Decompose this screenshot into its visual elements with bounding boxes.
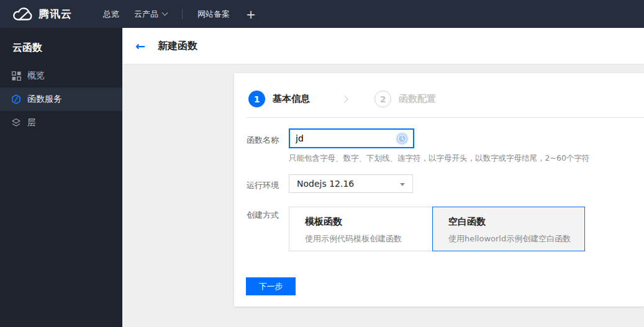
cloud-logo-icon bbox=[11, 6, 34, 22]
topbar: 腾讯云 总览 云产品 网站备案 + bbox=[0, 0, 644, 28]
runtime-label: 运行环境 bbox=[247, 180, 279, 191]
function-name-label: 函数名称 bbox=[247, 135, 279, 146]
grid-icon bbox=[11, 71, 21, 81]
option-title: 模板函数 bbox=[305, 216, 432, 228]
next-step-button[interactable]: 下一步 bbox=[246, 277, 296, 295]
nav-overview[interactable]: 总览 bbox=[96, 0, 127, 28]
add-nav-tab-button[interactable]: + bbox=[237, 0, 265, 28]
clock-icon[interactable] bbox=[395, 132, 409, 148]
page-header: ← 新建函数 bbox=[122, 28, 644, 65]
tencent-cloud-logo[interactable]: 腾讯云 bbox=[11, 6, 72, 22]
topbar-nav: 总览 云产品 网站备案 + bbox=[96, 0, 265, 28]
option-blank-function[interactable]: 空白函数 使用helloworld示例创建空白函数 bbox=[432, 207, 585, 251]
step-1-label: 基本信息 bbox=[273, 93, 310, 105]
step-2-circle: 2 bbox=[374, 91, 391, 107]
step-1-circle: 1 bbox=[248, 91, 265, 107]
nav-icp-filing-label: 网站备案 bbox=[197, 9, 230, 20]
runtime-selected-value: Nodejs 12.16 bbox=[297, 179, 354, 189]
function-hexagon-icon bbox=[11, 94, 21, 104]
option-description: 使用helloworld示例创建空白函数 bbox=[448, 233, 584, 244]
layers-icon bbox=[11, 118, 21, 128]
function-name-input[interactable] bbox=[290, 133, 389, 143]
select-caret-icon bbox=[400, 183, 405, 186]
content-area: 1 基本信息 2 函数配置 函数名称 只能包含字母、数字、下划线、连字符，以字母… bbox=[122, 65, 644, 327]
sidebar-item-layers[interactable]: 层 bbox=[0, 111, 122, 135]
sidebar-item-label: 概览 bbox=[27, 70, 45, 81]
nav-separator bbox=[182, 9, 183, 19]
option-template-function[interactable]: 模板函数 使用示例代码模板创建函数 bbox=[289, 207, 433, 251]
creation-method-options: 模板函数 使用示例代码模板创建函数 空白函数 使用helloworld示例创建空… bbox=[289, 207, 585, 251]
brand-name: 腾讯云 bbox=[39, 7, 72, 21]
runtime-select[interactable]: Nodejs 12.16 bbox=[289, 174, 413, 193]
back-arrow-icon[interactable]: ← bbox=[135, 40, 145, 52]
sidebar-item-label: 函数服务 bbox=[27, 94, 62, 105]
creation-method-label: 创建方式 bbox=[247, 210, 279, 221]
option-description: 使用示例代码模板创建函数 bbox=[305, 233, 432, 244]
option-title: 空白函数 bbox=[448, 216, 584, 228]
nav-cloud-products[interactable]: 云产品 bbox=[127, 0, 175, 28]
step-chevron-icon bbox=[341, 96, 348, 102]
step-2-label: 函数配置 bbox=[399, 93, 436, 105]
sidebar-item-label: 层 bbox=[27, 117, 36, 128]
wizard-steps: 1 基本信息 2 函数配置 bbox=[248, 91, 436, 107]
nav-overview-label: 总览 bbox=[103, 9, 119, 20]
plus-icon: + bbox=[246, 7, 256, 21]
chevron-down-icon bbox=[162, 10, 168, 16]
sidebar-item-overview[interactable]: 概览 bbox=[0, 64, 122, 87]
sidebar-title: 云函数 bbox=[0, 28, 122, 64]
function-name-input-wrap bbox=[289, 128, 414, 148]
sidebar-item-function-service[interactable]: 函数服务 bbox=[0, 87, 122, 111]
function-name-hint: 只能包含字母、数字、下划线、连字符，以字母开头，以数字或字母结尾，2~60个字符 bbox=[289, 153, 589, 164]
nav-cloud-products-label: 云产品 bbox=[134, 9, 158, 20]
new-function-card: 1 基本信息 2 函数配置 函数名称 只能包含字母、数字、下划线、连字符，以字母… bbox=[234, 73, 644, 307]
divider bbox=[247, 117, 644, 118]
nav-icp-filing[interactable]: 网站备案 bbox=[190, 0, 237, 28]
page-title: 新建函数 bbox=[158, 40, 197, 53]
sidebar: 云函数 概览 函数服务 层 bbox=[0, 28, 122, 327]
